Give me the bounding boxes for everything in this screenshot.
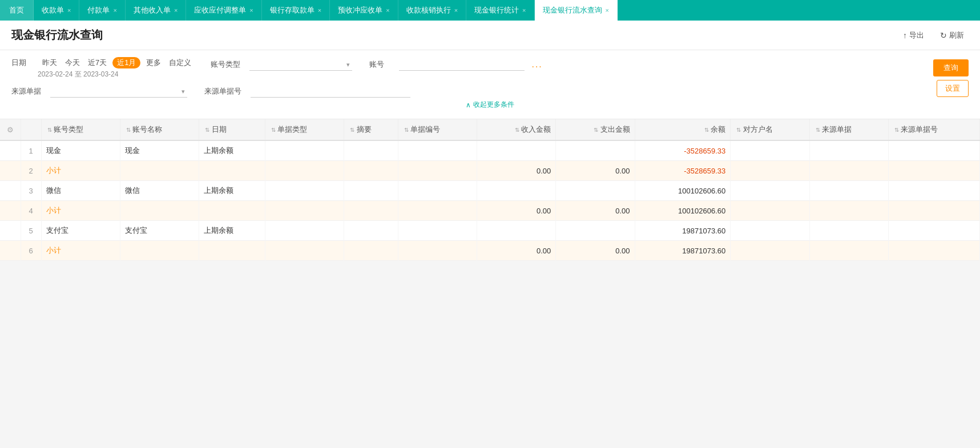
cell-date	[199, 161, 265, 181]
sort-icon-6: ⇅	[404, 127, 409, 133]
col-doc-no[interactable]: ⇅ 单据编号	[398, 119, 477, 140]
date-opt-1[interactable]: 今天	[63, 57, 82, 68]
cell-expense	[556, 140, 635, 161]
close-icon-8[interactable]: ×	[606, 7, 609, 14]
cell-counterpart	[731, 241, 809, 261]
account-input[interactable]	[399, 58, 525, 71]
cell-doc-type	[265, 161, 344, 181]
cell-source-doc-no	[888, 140, 979, 161]
close-icon-5[interactable]: ×	[386, 7, 389, 14]
query-button[interactable]: 查询	[933, 59, 969, 76]
close-icon-2[interactable]: ×	[174, 7, 178, 14]
nav-home[interactable]: 首页	[0, 0, 34, 21]
account-label: 账号	[369, 59, 390, 70]
cell-account-type: 小计	[41, 241, 120, 261]
close-icon-6[interactable]: ×	[454, 7, 458, 14]
cell-doc-no	[398, 140, 477, 161]
cell-counterpart	[731, 201, 809, 221]
cell-source-doc-no	[888, 161, 979, 181]
nav-tab-8[interactable]: 现金银行流水查询 ×	[535, 0, 618, 21]
nav-tab-3[interactable]: 应收应付调整单 ×	[186, 0, 261, 21]
col-balance[interactable]: ⇅ 余额	[635, 119, 731, 140]
cell-num: 1	[21, 140, 41, 161]
top-nav: 首页 收款单 × 付款单 × 其他收入单 × 应收应付调整单 × 银行存取款单 …	[0, 0, 980, 21]
table-row: 3微信微信上期余额100102606.60	[0, 181, 980, 201]
cell-balance: -3528659.33	[635, 161, 731, 181]
date-opt-3[interactable]: 近1月	[112, 57, 140, 68]
gear-icon[interactable]: ⚙	[5, 126, 16, 134]
table-row: 5支付宝支付宝上期余额19871073.60	[0, 221, 980, 241]
cell-counterpart	[731, 161, 809, 181]
cell-summary	[344, 161, 398, 181]
refresh-button[interactable]: ↻ 刷新	[935, 28, 969, 43]
account-type-select[interactable]	[249, 58, 352, 71]
date-range: 2023-02-24 至 2023-03-24	[38, 70, 118, 78]
cell-source-doc	[809, 161, 888, 181]
cell-doc-no	[398, 241, 477, 261]
cell-date: 上期余额	[199, 181, 265, 201]
cell-num: 2	[21, 161, 41, 181]
date-opt-0[interactable]: 昨天	[40, 57, 59, 68]
cell-summary	[344, 181, 398, 201]
cell-source-doc-no	[888, 201, 979, 221]
col-doc-type[interactable]: ⇅ 单据类型	[265, 119, 344, 140]
nav-tab-5[interactable]: 预收冲应收单 ×	[330, 0, 398, 21]
nav-tab-1[interactable]: 付款单 ×	[79, 0, 125, 21]
cell-expense: 0.00	[556, 161, 635, 181]
cell-source-doc-no	[888, 241, 979, 261]
cell-account-type: 微信	[41, 181, 120, 201]
sort-icon-4: ⇅	[271, 127, 276, 133]
date-label: 日期	[11, 58, 32, 68]
nav-tab-2[interactable]: 其他收入单 ×	[126, 0, 186, 21]
sort-icon-2: ⇅	[126, 127, 131, 133]
nav-tab-7[interactable]: 现金银行统计 ×	[466, 0, 534, 21]
col-income[interactable]: ⇅ 收入金额	[477, 119, 555, 140]
table-row: 2小计0.000.00-3528659.33	[0, 161, 980, 181]
date-opt-2[interactable]: 近7天	[86, 57, 109, 68]
cell-source-doc-no	[888, 181, 979, 201]
cell-expense	[556, 221, 635, 241]
table-header-row: ⚙ ⇅ 账号类型 ⇅ 账号名称 ⇅ 日期 ⇅ 单据类型	[0, 119, 980, 140]
source-doc-num-label: 来源单据号	[204, 86, 241, 96]
cell-doc-type	[265, 181, 344, 201]
close-icon-1[interactable]: ×	[113, 7, 116, 14]
export-button[interactable]: ↑ 导出	[898, 28, 929, 43]
cell-account-type: 支付宝	[41, 221, 120, 241]
setting-button[interactable]: 设置	[937, 80, 969, 97]
cell-account-name: 微信	[120, 181, 199, 201]
collapse-bar[interactable]: ∧ 收起更多条件	[11, 98, 969, 114]
date-opt-5[interactable]: 自定义	[167, 57, 193, 68]
close-icon-0[interactable]: ×	[67, 7, 71, 14]
cell-balance: 19871073.60	[635, 241, 731, 261]
col-date[interactable]: ⇅ 日期	[199, 119, 265, 140]
account-type-label: 账号类型	[211, 59, 240, 70]
nav-tab-4[interactable]: 银行存取款单 ×	[262, 0, 330, 21]
sort-icon-9: ⇅	[704, 127, 709, 133]
nav-tab-0[interactable]: 收款单 ×	[34, 0, 79, 21]
btn-group-right: 查询 设置	[933, 59, 969, 97]
col-source-doc[interactable]: ⇅ 来源单据	[809, 119, 888, 140]
sort-icon-10: ⇅	[736, 127, 741, 133]
date-opt-4[interactable]: 更多	[144, 57, 163, 68]
source-doc-num-input[interactable]	[251, 85, 410, 98]
sort-icon-12: ⇅	[894, 127, 899, 133]
dots-button[interactable]: ...	[529, 59, 545, 70]
source-doc-select-wrapper: ▾	[50, 85, 187, 98]
col-account-type[interactable]: ⇅ 账号类型	[41, 119, 120, 140]
close-icon-3[interactable]: ×	[249, 7, 253, 14]
nav-tab-6[interactable]: 收款核销执行 ×	[398, 0, 466, 21]
close-icon-7[interactable]: ×	[522, 7, 526, 14]
col-counterpart[interactable]: ⇅ 对方户名	[731, 119, 809, 140]
col-summary[interactable]: ⇅ 摘要	[344, 119, 398, 140]
collapse-up-icon: ∧	[466, 101, 471, 109]
col-account-name[interactable]: ⇅ 账号名称	[120, 119, 199, 140]
col-source-doc-no[interactable]: ⇅ 来源单据号	[888, 119, 979, 140]
source-doc-select[interactable]	[50, 85, 187, 98]
cell-num: 3	[21, 181, 41, 201]
close-icon-4[interactable]: ×	[318, 7, 321, 14]
cell-doc-type	[265, 140, 344, 161]
cell-account-name	[120, 241, 199, 261]
cell-income	[477, 140, 555, 161]
col-expense[interactable]: ⇅ 支出金额	[556, 119, 635, 140]
cell-date	[199, 241, 265, 261]
